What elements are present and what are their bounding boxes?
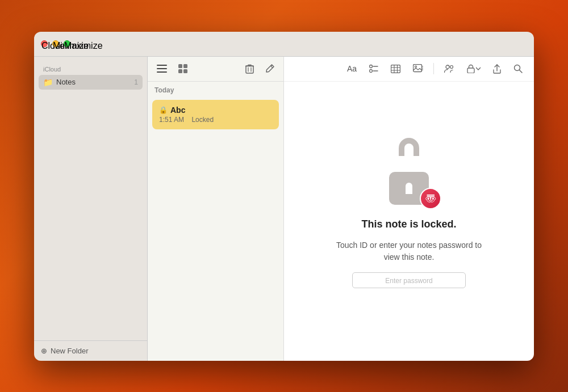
svg-point-23: [415, 66, 417, 68]
password-input[interactable]: [352, 272, 466, 288]
svg-rect-17: [391, 65, 400, 73]
svg-point-28: [450, 66, 453, 69]
compose-button[interactable]: [263, 62, 277, 75]
app-window: Close Minimize Maximize iCloud 📁 Notes 1…: [34, 32, 534, 361]
svg-point-13: [370, 65, 373, 68]
svg-rect-29: [467, 68, 474, 73]
sidebar-section-label: iCloud: [39, 64, 143, 75]
svg-rect-4: [183, 64, 187, 68]
table-icon: [391, 65, 400, 73]
search-icon: [513, 64, 523, 73]
folder-icon: 📁: [43, 78, 53, 87]
minimize-button[interactable]: Minimize: [52, 40, 59, 47]
svg-rect-3: [178, 64, 182, 68]
table-button[interactable]: [389, 62, 403, 75]
list-view-button[interactable]: [154, 62, 169, 75]
maximize-button[interactable]: Maximize: [64, 40, 70, 47]
detail-content: 〠 This note is locked. Touch ID or enter…: [284, 82, 534, 361]
checklist-button[interactable]: [367, 62, 381, 75]
today-label: Today: [148, 82, 283, 96]
grid-icon: [178, 64, 187, 73]
share-button[interactable]: [491, 62, 503, 76]
delete-button[interactable]: [243, 62, 256, 76]
detail-toolbar: Aa: [284, 57, 534, 82]
format-text-label: Aa: [347, 64, 357, 73]
media-icon: [413, 64, 423, 73]
notes-toolbar: [148, 57, 283, 82]
lock-keyhole: [406, 183, 412, 194]
fingerprint-badge: 〠: [420, 188, 441, 209]
note-item-header: 🔒 Abc: [159, 106, 272, 115]
main-content: iCloud 📁 Notes 1 ⊕ New Folder: [34, 57, 534, 361]
note-title: Abc: [170, 106, 185, 115]
toolbar-separator-1: [433, 63, 434, 74]
svg-point-14: [370, 70, 373, 73]
svg-point-27: [446, 65, 449, 69]
new-folder-label: New Folder: [51, 347, 88, 355]
svg-line-12: [271, 66, 273, 68]
collaborate-icon: [444, 64, 454, 73]
sidebar-content: iCloud 📁 Notes 1: [34, 57, 147, 340]
traffic-lights: Close Minimize Maximize: [41, 40, 70, 47]
new-folder-button[interactable]: ⊕ New Folder: [41, 347, 88, 355]
lock-illustration: 〠: [383, 154, 435, 205]
locked-title: This note is locked.: [361, 218, 456, 230]
compose-icon: [265, 64, 274, 73]
plus-icon: ⊕: [41, 347, 47, 355]
format-text-button[interactable]: Aa: [345, 62, 359, 75]
svg-rect-22: [414, 65, 422, 72]
checklist-icon: [369, 64, 378, 73]
search-button[interactable]: [511, 62, 525, 75]
note-time: 1:51 AM: [159, 116, 184, 124]
svg-line-31: [520, 70, 523, 73]
locked-description: Touch ID or enter your notes password to…: [335, 239, 483, 263]
note-list-item[interactable]: 🔒 Abc 1:51 AM Locked: [152, 100, 279, 129]
sidebar-item-label: Notes: [56, 78, 131, 86]
svg-rect-0: [157, 65, 167, 66]
lock-shackle: [399, 138, 419, 156]
svg-rect-5: [178, 69, 182, 73]
lock-button[interactable]: [465, 62, 483, 75]
sidebar-item-count: 1: [134, 78, 138, 86]
svg-rect-6: [183, 69, 187, 73]
note-status: Locked: [191, 116, 214, 124]
list-icon: [157, 65, 167, 73]
fingerprint-icon: 〠: [425, 191, 436, 206]
titlebar: Close Minimize Maximize: [34, 32, 534, 57]
close-button[interactable]: Close: [41, 40, 48, 47]
notes-list-panel: Today 🔒 Abc 1:51 AM Locked: [148, 57, 284, 361]
media-button[interactable]: [411, 62, 425, 75]
note-meta: 1:51 AM Locked: [159, 116, 272, 124]
note-lock-icon: 🔒: [159, 106, 168, 114]
collaborate-button[interactable]: [442, 62, 457, 75]
trash-icon: [245, 64, 254, 74]
sidebar-footer: ⊕ New Folder: [34, 340, 147, 361]
grid-view-button[interactable]: [176, 62, 190, 75]
share-icon: [493, 64, 501, 74]
svg-rect-7: [246, 66, 253, 73]
sidebar-item-notes[interactable]: 📁 Notes 1: [39, 75, 143, 90]
svg-rect-2: [157, 71, 167, 73]
sidebar: iCloud 📁 Notes 1 ⊕ New Folder: [34, 57, 148, 361]
chevron-down-icon: [476, 67, 481, 70]
lock-toolbar-icon: [467, 64, 475, 73]
svg-rect-1: [157, 68, 167, 69]
detail-panel: Aa: [284, 57, 534, 361]
